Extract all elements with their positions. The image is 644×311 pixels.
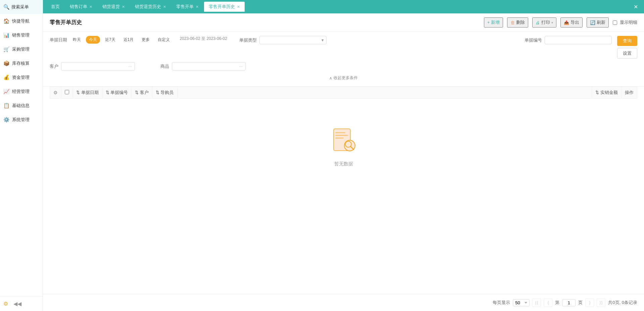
th-guide-label: ⇅ 导购员: [156, 90, 174, 95]
basic-info-icon: 📋: [3, 103, 9, 109]
settings-button[interactable]: 设置: [617, 48, 637, 59]
page-size-label: 每页显示: [493, 300, 510, 306]
next-page-button[interactable]: ⟩: [585, 298, 594, 307]
collapse-button[interactable]: ∧ 收起更多条件: [325, 74, 362, 82]
first-page-button[interactable]: ⟨⟨: [532, 298, 541, 307]
tab-sales-return-history[interactable]: 销货退货历史 ✕: [130, 2, 171, 12]
display-detail-label: 显示明细: [620, 19, 637, 25]
delete-button[interactable]: 🗑 删除: [507, 17, 528, 28]
goods-more-icon[interactable]: ···: [239, 64, 243, 69]
table-column-settings-icon[interactable]: ⚙: [53, 90, 58, 95]
tab-retail-open[interactable]: 零售开单 ✕: [171, 2, 203, 12]
inventory-icon: 📦: [3, 60, 9, 66]
delete-icon: 🗑: [510, 20, 515, 25]
filter-area: 单据日期 昨天 今天 近7天 近1月 更多 自定义 2023-06-02 至 2…: [43, 32, 644, 87]
filter-date-field: 单据日期 昨天 今天 近7天 近1月 更多 自定义: [50, 36, 173, 44]
tab-sales-return-label: 销货退货: [102, 4, 120, 10]
empty-row: 暂无数据: [50, 99, 637, 194]
export-button[interactable]: 📤 导出: [560, 17, 583, 28]
date-custom-btn[interactable]: 自定义: [155, 36, 173, 44]
query-button-label: 查询: [623, 38, 632, 43]
add-button-label: + 新增: [487, 19, 500, 25]
sidebar-item-label: 经营管理: [12, 89, 30, 95]
goods-label: 商品: [160, 63, 169, 69]
tab-retail-open-history-close[interactable]: ✕: [237, 5, 240, 9]
th-doc-date-label: ⇅ 单据日期: [76, 90, 99, 95]
th-customer-label: ⇅ 客户: [135, 90, 149, 95]
sidebar-item-basic-info[interactable]: 📋 基础信息: [0, 99, 43, 113]
filter-doc-number-field: 单据编号: [525, 36, 612, 44]
customer-input[interactable]: ···: [61, 62, 135, 70]
empty-illustration: [327, 125, 360, 156]
th-customer[interactable]: ⇅ 客户: [132, 87, 152, 99]
prev-page-button[interactable]: ⟨: [544, 298, 552, 307]
table-checkbox-th: [61, 87, 73, 99]
display-detail-checkbox[interactable]: [613, 20, 617, 25]
tab-sales-order-close[interactable]: ✕: [89, 5, 92, 9]
sidebar-item-operations-mgmt[interactable]: 📈 经营管理: [0, 85, 43, 99]
date-yesterday-btn[interactable]: 昨天: [70, 36, 84, 44]
customer-more-icon[interactable]: ···: [128, 64, 132, 69]
th-doc-date[interactable]: ⇅ 单据日期: [73, 87, 102, 99]
date-1month-btn[interactable]: 近1月: [120, 36, 137, 44]
sidebar-item-inventory-mgmt[interactable]: 📦 库存核算: [0, 56, 43, 70]
sidebar-item-quick-nav[interactable]: 🏠 快捷导航: [0, 14, 43, 28]
doc-number-input[interactable]: [545, 36, 612, 44]
display-detail-toggle[interactable]: 显示明细: [613, 19, 637, 25]
page-content: 零售开单历史 + 新增 🗑 删除 🖨 打印 ▾ 📤 导出: [43, 13, 644, 311]
tab-sales-return-history-close[interactable]: ✕: [163, 5, 166, 9]
add-button[interactable]: + 新增: [484, 17, 503, 28]
print-icon: 🖨: [536, 20, 540, 25]
th-guide[interactable]: ⇅ 导购员: [152, 87, 177, 99]
goods-input[interactable]: ···: [172, 62, 246, 70]
sidebar-search[interactable]: 🔍 搜索采单: [0, 0, 43, 14]
filter-goods-field: 商品 ···: [160, 62, 246, 70]
page-size-select[interactable]: 50 100 200: [513, 299, 530, 306]
operations-icon: 📈: [3, 89, 9, 95]
page-total: 共0页, 0条记录: [608, 300, 637, 306]
table-body: 暂无数据: [50, 99, 637, 194]
doc-type-select[interactable]: [259, 36, 327, 44]
sidebar-item-system-mgmt[interactable]: ⚙️ 系统管理: [0, 113, 43, 127]
query-button[interactable]: 查询: [617, 36, 637, 46]
tab-sales-return[interactable]: 销货退货 ✕: [98, 2, 130, 12]
tab-sales-order-label: 销售订单: [70, 4, 87, 10]
doc-number-label: 单据编号: [525, 37, 542, 43]
filter-doc-type-field: 单据类型: [239, 36, 512, 44]
tab-retail-open-close[interactable]: ✕: [196, 5, 199, 9]
date-7days-btn[interactable]: 近7天: [102, 36, 118, 44]
th-doc-number[interactable]: ⇅ 单据编号: [102, 87, 132, 99]
refresh-button[interactable]: 🔄 刷新: [587, 17, 609, 28]
print-button[interactable]: 🖨 打印 ▾: [532, 17, 556, 28]
th-doc-number-label: ⇅ 单据编号: [106, 90, 128, 95]
sidebar-search-label: 搜索采单: [11, 4, 29, 10]
settings-footer-icon[interactable]: ⚙: [3, 301, 8, 307]
empty-cell: 暂无数据: [50, 99, 637, 194]
table-select-all-checkbox[interactable]: [65, 90, 69, 94]
sidebar-footer: ⚙ ◀◀: [0, 296, 43, 311]
page-number-input[interactable]: [562, 299, 576, 306]
sidebar-item-finance-mgmt[interactable]: 💰 资金管理: [0, 70, 43, 85]
tab-retail-open-history-label: 零售开单历史: [209, 4, 235, 10]
settings-button-label: 设置: [623, 51, 632, 56]
collapse-row: ∧ 收起更多条件: [50, 74, 637, 82]
table-settings-th: ⚙: [50, 87, 61, 99]
sidebar-item-label: 销售管理: [12, 32, 30, 38]
tab-retail-open-history[interactable]: 零售开单历史 ✕: [204, 2, 245, 12]
tab-home[interactable]: 首页: [46, 2, 64, 12]
delete-button-label: 删除: [516, 19, 525, 25]
empty-state: 暂无数据: [50, 99, 637, 194]
sidebar-item-sales-mgmt[interactable]: 📊 销售管理: [0, 28, 43, 42]
side-buttons: 查询 设置: [617, 36, 637, 59]
svg-rect-1: [335, 132, 345, 133]
collapse-chevron-icon: ∧: [329, 76, 332, 81]
window-close-button[interactable]: ✕: [631, 2, 641, 11]
collapse-footer-icon[interactable]: ◀◀: [13, 301, 21, 307]
date-more-btn[interactable]: 更多: [139, 36, 153, 44]
date-today-btn[interactable]: 今天: [86, 36, 100, 44]
tab-sales-return-close[interactable]: ✕: [122, 5, 125, 9]
tab-sales-order[interactable]: 销售订单 ✕: [65, 2, 97, 12]
last-page-button[interactable]: ⟩⟩: [597, 298, 605, 307]
th-actual-amount[interactable]: ⇅ 实销金额: [592, 87, 622, 99]
sidebar-item-purchase-mgmt[interactable]: 🛒 采购管理: [0, 42, 43, 56]
